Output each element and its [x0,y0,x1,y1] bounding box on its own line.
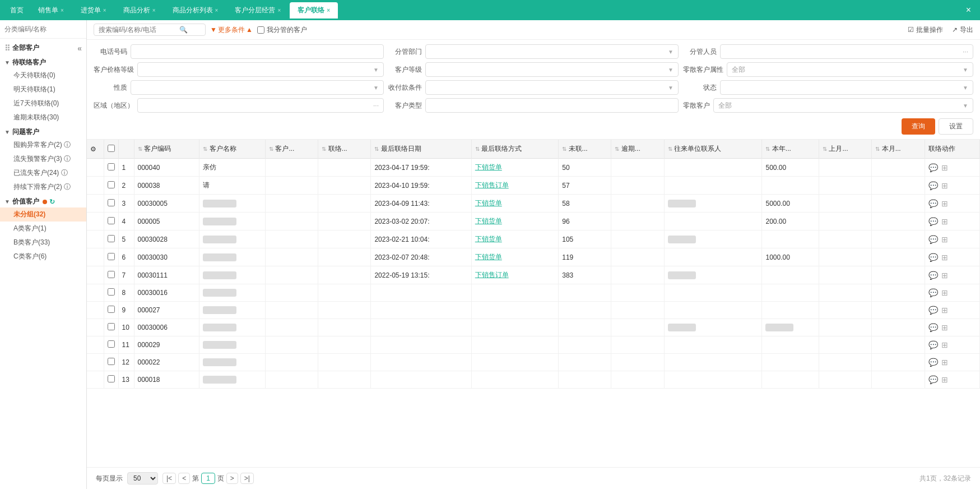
sidebar-item-declining[interactable]: 持续下滑客户(2) ⓘ [0,180,86,194]
grid-icon[interactable]: ⊞ [941,181,948,190]
message-icon[interactable]: 💬 [928,217,938,226]
row-checkbox[interactable] [108,253,115,260]
reset-button[interactable]: 设置 [939,118,973,135]
row-checkbox[interactable] [108,235,115,242]
grid-icon[interactable]: ⊞ [941,163,948,172]
message-icon[interactable]: 💬 [928,163,938,172]
contact-way-link[interactable]: 下销货单 [475,235,502,243]
grid-icon[interactable]: ⊞ [941,306,948,315]
sidebar-group-pending[interactable]: ▼ 待联络客户 [0,55,86,68]
th-last-contact-way[interactable]: ⇅ 最后联络方式 [471,140,559,159]
contact-way-link[interactable]: 下销售订单 [475,181,509,189]
sidebar-item-7days[interactable]: 近7天待联络(0) [0,96,86,110]
message-icon[interactable]: 💬 [928,288,938,297]
current-page[interactable]: 1 [201,473,215,484]
message-icon[interactable]: 💬 [928,253,938,262]
manager-input[interactable]: ··· [720,44,973,59]
sidebar-item-classB[interactable]: B类客户(33) [0,236,86,250]
message-icon[interactable]: 💬 [928,235,938,244]
row-checkbox[interactable] [108,181,115,188]
th-name[interactable]: ⇅ 客户名称 [199,140,266,159]
customer-level-select[interactable]: ▼ [425,62,679,77]
contact-way-link[interactable]: 下销货单 [475,199,502,207]
row-checkbox[interactable] [108,217,115,224]
nature-select[interactable]: ▼ [131,80,384,95]
close-icon[interactable]: × [327,7,330,13]
price-level-select[interactable]: ▼ [137,62,384,77]
grid-icon[interactable]: ⊞ [941,288,948,297]
message-icon[interactable]: 💬 [928,306,938,315]
nav-tab-sales[interactable]: 销售单 × [30,2,72,19]
nav-tab-customer-segment[interactable]: 客户分层经营 × [227,2,289,19]
row-checkbox[interactable] [108,163,115,170]
my-customers-checkbox[interactable]: 我分管的客户 [257,25,307,35]
export-btn[interactable]: ↗ 导出 [952,25,973,35]
filter-search-box[interactable]: 🔍 [94,24,206,36]
nav-tab-analysis-list[interactable]: 商品分析列表 × [165,2,226,19]
th-not-contacted[interactable]: ⇅ 未联... [559,140,611,159]
row-checkbox[interactable] [108,271,115,278]
sidebar-item-ungrouped[interactable]: 未分组(32) [0,207,86,222]
th-contact[interactable]: ⇅ 联络... [318,140,371,159]
message-icon[interactable]: 💬 [928,375,938,384]
region-input[interactable]: ··· [137,98,384,113]
sidebar-item-tomorrow[interactable]: 明天待联络(1) [0,82,86,96]
message-icon[interactable]: 💬 [928,271,938,280]
row-checkbox[interactable] [108,375,115,382]
row-checkbox[interactable] [108,323,115,330]
last-page-btn[interactable]: >| [240,473,254,484]
row-checkbox[interactable] [108,199,115,206]
next-page-btn[interactable]: > [226,473,238,484]
query-button[interactable]: 查询 [902,118,935,135]
row-checkbox[interactable] [108,288,115,296]
search-icon[interactable]: 🔍 [179,26,188,34]
dept-select[interactable]: ▼ [425,44,679,59]
close-icon[interactable]: × [277,7,281,13]
close-icon[interactable]: × [103,7,106,13]
contact-way-link[interactable]: 下销货单 [475,217,502,225]
th-checkbox[interactable] [104,140,118,159]
prev-page-btn[interactable]: < [178,473,190,484]
th-this-year[interactable]: ⇅ 本年... [762,140,819,159]
contact-way-link[interactable]: 下销售订单 [475,271,509,279]
grid-icon[interactable]: ⊞ [941,271,948,280]
select-all-checkbox[interactable] [108,145,115,152]
message-icon[interactable]: 💬 [928,358,938,367]
refresh-icon[interactable]: ↻ [49,198,55,206]
sidebar-item-churned[interactable]: 已流失客户(24) ⓘ [0,166,86,180]
grid-icon[interactable]: ⊞ [941,340,948,349]
contact-way-link[interactable]: 下销货单 [475,163,502,171]
row-checkbox[interactable] [108,358,115,365]
grid-icon[interactable]: ⊞ [941,253,948,262]
first-page-btn[interactable]: |< [162,473,176,484]
th-type[interactable]: ⇅ 客户... [266,140,318,159]
scatter-attr-select[interactable]: 全部 ▼ [727,62,973,77]
phone-input[interactable] [131,44,384,59]
nav-tab-customer-contact[interactable]: 客户联络 × [290,2,338,19]
th-related-contact[interactable]: ⇅ 往来单位联系人 [664,140,762,159]
th-overdue[interactable]: ⇅ 逾期... [611,140,664,159]
th-this-month[interactable]: ⇅ 本月... [872,140,925,159]
batch-ops-btn[interactable]: ☑ 批量操作 [908,25,943,35]
th-code[interactable]: ⇅ 客户编码 [134,140,199,159]
grid-icon[interactable]: ⊞ [941,323,948,332]
nav-tab-analysis[interactable]: 商品分析 × [115,2,164,19]
sidebar-group-value[interactable]: ▼ 价值客户 ↻ [0,194,86,207]
close-icon[interactable]: × [152,7,156,13]
th-settings[interactable]: ⚙ [87,140,104,159]
customer-type-input[interactable] [425,98,679,113]
grid-icon[interactable]: ⊞ [941,235,948,244]
grid-icon[interactable]: ⊞ [941,199,948,208]
status-select[interactable]: ▼ [720,80,973,95]
row-checkbox[interactable] [108,306,115,313]
filter-search-input[interactable] [99,26,177,34]
payment-select[interactable]: ▼ [425,80,679,95]
th-last-month[interactable]: ⇅ 上月... [819,140,872,159]
sidebar-item-today[interactable]: 今天待联络(0) [0,68,86,82]
window-close-icon[interactable]: × [962,3,976,17]
message-icon[interactable]: 💬 [928,199,938,208]
message-icon[interactable]: 💬 [928,181,938,190]
sidebar-item-classC[interactable]: C类客户(6) [0,250,86,264]
sidebar-item-overdue[interactable]: 逾期未联络(30) [0,110,86,124]
row-checkbox[interactable] [108,340,115,348]
